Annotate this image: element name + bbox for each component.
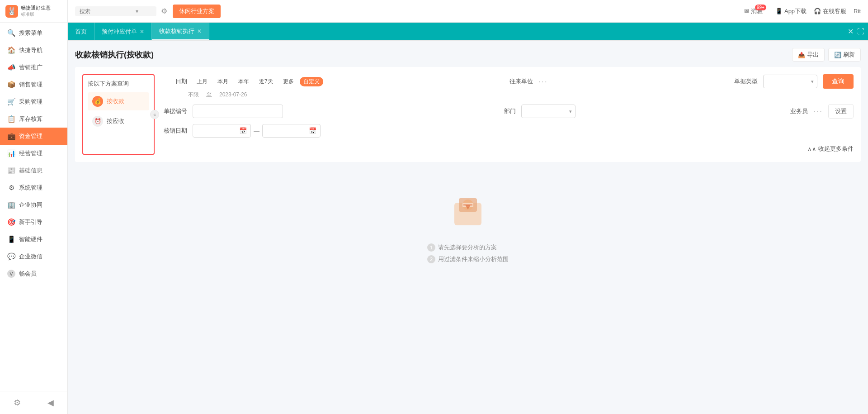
verification-date-to-input[interactable]: 2023-07-21 [266,128,307,134]
sidebar-item-marketing[interactable]: 📣 营销推广 [0,59,67,76]
document-type-select[interactable] [763,75,817,88]
export-icon: 📤 [798,52,805,58]
date-btn-7days[interactable]: 近7天 [255,76,277,87]
verification-date-group: 2023-03-01 📅 — 2023-07-21 📅 [193,124,321,138]
query-type-by-receipt[interactable]: 💰 按收款 [88,92,149,110]
verification-date-from-field[interactable]: 2023-03-01 📅 [193,124,251,138]
tab-collection[interactable]: 收款核销执行 ✕ [152,23,209,40]
document-number-input[interactable] [193,105,283,118]
tab-close-btn[interactable]: ✕ [848,27,854,36]
tab-prepay[interactable]: 预付冲应付单 ✕ [94,23,152,40]
receipt-label: 按收款 [107,97,124,105]
calendar-from-icon[interactable]: 📅 [239,127,247,134]
department-label: 部门 [489,107,516,115]
page-header-actions: 📤 导出 🔄 刷新 [792,48,861,62]
query-button[interactable]: 查询 [823,74,854,89]
salesperson-dots[interactable]: ··· [813,107,823,116]
home-tab-label: 首页 [75,28,87,36]
date-btn-more[interactable]: 更多 [279,76,298,87]
tip-num-2: 2 [427,255,435,263]
chevron-down-icon[interactable]: ▾ [136,8,138,14]
sidebar-label-finance: 资金管理 [19,132,42,140]
header-search-input[interactable] [80,8,134,14]
sidebar-item-system[interactable]: ⚙ 系统管理 [0,179,67,196]
app-download-button[interactable]: 📱 App下载 [775,7,807,15]
app-logo: 🐰 畅捷通好生意 标准版 [0,0,67,23]
collection-tab-label: 收款核销执行 [159,27,194,35]
sidebar-label-basic-info: 基础信息 [19,167,42,175]
messages-button[interactable]: ✉ 消息 99+ [744,7,763,15]
panel-collapse-btn[interactable]: « [150,110,159,119]
tab-collection-close[interactable]: ✕ [197,28,202,34]
empty-tips: 1 请先选择要分析的方案 2 用过滤条件来缩小分析范围 [427,243,509,263]
date-btn-custom[interactable]: 自定义 [300,77,323,86]
refresh-label: 刷新 [843,51,855,59]
verification-date-to-field[interactable]: 2023-07-21 📅 [262,124,321,138]
sidebar-item-purchase[interactable]: 🛒 采购管理 [0,93,67,110]
finance-icon: 💼 [7,132,15,140]
sidebar-label-vip: 畅会员 [19,270,37,278]
sidebar-label-marketing: 营销推广 [19,63,42,71]
date-btn-this-month[interactable]: 本月 [213,76,232,87]
tip-num-1: 1 [427,243,435,252]
empty-state: 1 请先选择要分析的方案 2 用过滤条件来缩小分析范围 [75,162,861,290]
prepay-tab-label: 预付冲应付单 [102,28,137,36]
sidebar-item-operations[interactable]: 📊 经营管理 [0,145,67,162]
collapse-more-btn[interactable]: ∧∧ 收起更多条件 [160,143,854,155]
sidebar-label-purchase: 采购管理 [19,98,42,106]
settings-button[interactable]: 设置 [828,104,854,119]
sidebar-item-vip[interactable]: V 畅会员 [0,265,67,282]
date-no-limit: 不限 [188,91,199,99]
date-btn-last-month[interactable]: 上月 [193,76,212,87]
refresh-button[interactable]: 🔄 刷新 [828,48,861,62]
online-service-button[interactable]: 🎧 在线客服 [814,7,846,15]
header-gear-icon[interactable]: ⚙ [161,7,167,15]
operations-icon: 📊 [7,149,15,157]
tab-expand-btn[interactable]: ⛶ [857,28,864,36]
sidebar-item-search[interactable]: 🔍 搜索菜单 [0,24,67,42]
sidebar-label-wechat: 企业微信 [19,252,42,261]
system-icon: ⚙ [7,184,15,192]
tip-text-1: 请先选择要分析的方案 [438,243,497,252]
sidebar-item-sales[interactable]: 📦 销售管理 [0,76,67,93]
user-profile[interactable]: Rit [854,8,861,14]
filter-panel: 日期 上月 本月 本年 近7天 更多 自定义 往来单位 ··· 单据类型 [160,74,854,155]
export-button[interactable]: 📤 导出 [792,48,825,62]
export-label: 导出 [807,51,819,59]
sidebar-item-guide[interactable]: 🎯 新手引导 [0,214,67,231]
query-type-by-receivable[interactable]: ⏰ 按应收 [88,112,149,130]
sidebar-item-inventory[interactable]: 📋 库存核算 [0,110,67,128]
document-type-select-wrapper [763,75,817,88]
verification-date-from-input[interactable]: 2023-03-01 [197,128,237,134]
date-btn-this-year[interactable]: 本年 [234,76,253,87]
tip-text-2: 用过滤条件来缩小分析范围 [438,255,509,263]
solution-button[interactable]: 休闲行业方案 [173,5,221,18]
sidebar-item-quick-nav[interactable]: 🏠 快捷导航 [0,42,67,59]
app-download-label: App下载 [784,7,807,15]
calendar-to-icon[interactable]: 📅 [309,127,316,134]
tab-prepay-close[interactable]: ✕ [140,29,144,35]
tab-actions: ✕ ⛶ [844,27,868,36]
date-shortcuts: 上月 本月 本年 近7天 更多 自定义 [193,76,323,87]
sidebar-settings-btn[interactable]: ⚙ [10,396,24,409]
department-select[interactable] [521,105,576,118]
service-icon: 🎧 [814,8,821,14]
sidebar-item-finance[interactable]: 💼 资金管理 [0,128,67,145]
sidebar-item-basic-info[interactable]: 📰 基础信息 [0,162,67,179]
filter-row-3: 核销日期 2023-03-01 📅 — 2023-07-21 📅 [160,124,854,138]
sidebar-item-wechat[interactable]: 💬 企业微信 [0,248,67,265]
trading-partner-dots[interactable]: ··· [538,77,548,86]
purchase-icon: 🛒 [7,98,15,106]
sidebar-collapse-btn[interactable]: ◀ [44,396,57,409]
sidebar-label-operations: 经营管理 [19,149,42,157]
department-select-wrapper [521,105,576,118]
sidebar-item-hardware[interactable]: 📱 智能硬件 [0,231,67,248]
header-actions: ✉ 消息 99+ 📱 App下载 🎧 在线客服 Rit [744,7,861,15]
sidebar-nav: 🔍 搜索菜单 🏠 快捷导航 📣 营销推广 📦 销售管理 🛒 采购管理 📋 库存核… [0,23,67,391]
app-icon: 📱 [775,8,783,14]
app-name: 畅捷通好生意 [21,5,51,11]
guide-icon: 🎯 [7,218,15,226]
tab-home[interactable]: 首页 [68,23,94,40]
sidebar-item-enterprise[interactable]: 🏢 企业协同 [0,196,67,214]
header-search-area[interactable]: ▾ [75,6,156,16]
